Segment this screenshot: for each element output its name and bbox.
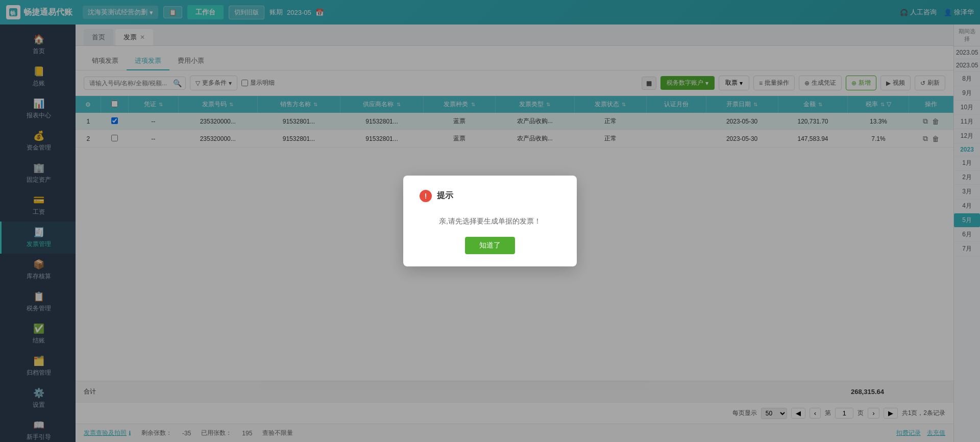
modal-title-row: ! 提示 bbox=[420, 190, 560, 202]
modal-body: 亲,请先选择要生成单据的发票！ bbox=[420, 211, 560, 237]
modal-dialog: ! 提示 亲,请先选择要生成单据的发票！ 知道了 bbox=[403, 176, 577, 266]
modal-overlay[interactable]: ! 提示 亲,请先选择要生成单据的发票！ 知道了 bbox=[0, 0, 980, 442]
modal-title: 提示 bbox=[437, 190, 453, 201]
modal-warning-icon: ! bbox=[420, 190, 432, 202]
modal-ok-button[interactable]: 知道了 bbox=[465, 237, 515, 254]
modal-footer: 知道了 bbox=[420, 237, 560, 254]
